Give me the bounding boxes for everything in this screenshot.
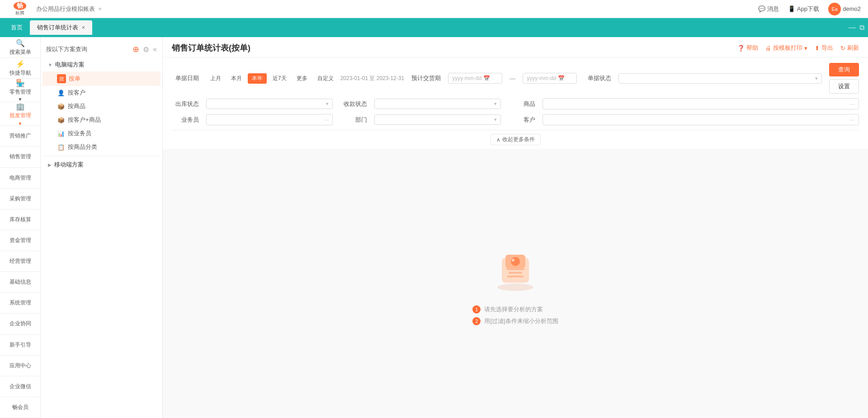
date-from-placeholder: yyyy-mm-dd (452, 75, 481, 81)
app-download-icon: 📱 (788, 5, 795, 12)
user-info[interactable]: Ea demo2 (828, 3, 861, 15)
by-order-icon: 按 (57, 74, 66, 83)
sidebar-marketing-label: 营销推广 (9, 132, 31, 140)
goods-more-icon[interactable]: ··· (850, 100, 855, 107)
help-icon: ❓ (737, 45, 745, 52)
sidebar-wholesale-label: 批发管理 (9, 112, 31, 119)
setting-button[interactable]: 设置 (829, 79, 859, 94)
collapse-panel-icon[interactable]: « (153, 45, 157, 53)
date-this-year[interactable]: 本年 (248, 73, 267, 84)
sidebar-search[interactable]: 🔍 搜索菜单 (0, 37, 40, 58)
mobile-group: ▶ 移动端方案 (42, 158, 160, 171)
tree-item-by-category[interactable]: 📋 按商品分类 (42, 140, 160, 154)
mobile-group-label: 移动端方案 (54, 161, 84, 169)
sidebar-item-inventory[interactable]: 库存核算 (0, 209, 40, 230)
date-to-input[interactable]: yyyy-mm-dd 📅 (523, 73, 577, 84)
collapse-bar: ∧ 收起更多条件 (172, 130, 859, 149)
tab-home-label: 首页 (11, 24, 23, 32)
app-download-link[interactable]: 📱 App下载 (788, 5, 819, 13)
tree-item-by-goods[interactable]: 📦 按商品 (42, 100, 160, 113)
quicknav-icon: ⚡ (16, 60, 25, 68)
sidebar-item-appstore[interactable]: 应用中心 (0, 356, 40, 376)
customer-more-icon[interactable]: ··· (850, 116, 855, 123)
sidebar-item-retail[interactable]: 🏪 零售管理 ▼ (0, 79, 40, 102)
tab-restore-icon[interactable]: ⧉ (859, 24, 864, 32)
pc-group-label: 电脑端方案 (55, 61, 85, 69)
tab-minimize-icon[interactable]: — (849, 24, 856, 32)
logo-text: 标腾 (15, 10, 24, 16)
sidebar-quicknav[interactable]: ⚡ 快捷导航 (0, 58, 40, 79)
refresh-label: 刷新 (847, 44, 859, 52)
print-button[interactable]: 🖨 按模板打印 ▾ (765, 44, 807, 52)
sidebar-item-basic[interactable]: 基础信息 (0, 272, 40, 293)
customer-label: 客户 (508, 116, 535, 124)
tree-item-by-staff[interactable]: 📊 按业务员 (42, 127, 160, 140)
by-customer-icon: 👤 (57, 89, 65, 97)
date-custom[interactable]: 自定义 (313, 73, 338, 84)
sidebar-item-sales[interactable]: 销售管理 (0, 147, 40, 167)
dept-label: 部门 (340, 116, 367, 124)
sidebar-item-finance[interactable]: 资金管理 (0, 230, 40, 251)
salesperson-more-icon[interactable]: ··· (324, 116, 329, 123)
sidebar-item-newbie[interactable]: 新手引导 (0, 335, 40, 356)
date-from-calendar-icon[interactable]: 📅 (483, 75, 490, 81)
sidebar-item-operation[interactable]: 经营管理 (0, 251, 40, 272)
left-panel: 按以下方案查询 ⊕ ⚙ « ▼ 电脑端方案 按 按单 (41, 37, 163, 418)
goods-select[interactable]: ··· (542, 98, 859, 109)
message-label: 消息 (767, 5, 779, 13)
sidebar-item-system[interactable]: 系统管理 (0, 293, 40, 314)
export-icon: ⬆ (815, 45, 820, 52)
sidebar-item-vip[interactable]: 畅会员 (0, 397, 40, 418)
date-separator: — (509, 75, 515, 82)
sidebar-item-wholesale[interactable]: 🏢 批发管理 ▲ (0, 102, 40, 126)
sidebar-item-purchase[interactable]: 采购管理 (0, 189, 40, 209)
add-scheme-icon[interactable]: ⊕ (132, 44, 139, 54)
doc-status-arrow-icon: ▾ (815, 76, 818, 81)
message-link[interactable]: 💬 消息 (758, 5, 779, 13)
dept-select[interactable]: ▾ (374, 114, 501, 125)
date-last7[interactable]: 近7天 (269, 73, 291, 84)
tab-home[interactable]: 首页 (4, 20, 30, 35)
mobile-group-title[interactable]: ▶ 移动端方案 (42, 158, 160, 171)
help-button[interactable]: ❓ 帮助 (737, 44, 758, 52)
dropdown-arrow-icon[interactable]: ▾ (99, 5, 102, 12)
doc-status-select[interactable]: ▾ (618, 73, 822, 84)
date-this-month[interactable]: 本月 (227, 73, 246, 84)
sidebar-enterprise-label: 企业协同 (9, 320, 31, 328)
tab-sales-order[interactable]: 销售订单统计表 × (30, 20, 92, 35)
right-main: 销售订单统计表(按单) ❓ 帮助 🖨 按模板打印 ▾ ⬆ 导出 (163, 37, 868, 418)
sidebar-search-label: 搜索菜单 (9, 48, 31, 56)
date-last-month[interactable]: 上月 (206, 73, 225, 84)
tree-item-by-order[interactable]: 按 按单 (42, 71, 160, 86)
tab-bar-right: — ⧉ (849, 24, 864, 32)
pc-group-title[interactable]: ▼ 电脑端方案 (42, 58, 160, 71)
collapse-button[interactable]: ∧ 收起更多条件 (491, 134, 541, 145)
export-button[interactable]: ⬆ 导出 (815, 44, 833, 52)
date-to-calendar-icon[interactable]: 📅 (558, 75, 565, 81)
svg-rect-6 (509, 272, 522, 274)
tree-item-by-customer[interactable]: 👤 按客户 (42, 86, 160, 100)
ship-status-select[interactable]: ▾ (206, 99, 333, 109)
sidebar-appstore-label: 应用中心 (9, 362, 31, 370)
date-more[interactable]: 更多 (292, 73, 311, 84)
sidebar-item-wechat[interactable]: 企业微信 (0, 376, 40, 397)
export-label: 导出 (821, 44, 833, 52)
tip-text-2: 用[过滤]条件来缩小分析范围 (484, 317, 558, 325)
customer-select[interactable]: ··· (542, 114, 859, 125)
refresh-button[interactable]: ↻ 刷新 (840, 44, 859, 52)
goods-label: 商品 (508, 100, 535, 108)
sidebar-item-ecom[interactable]: 电商管理 (0, 168, 40, 189)
tree-item-by-customer-goods[interactable]: 📦 按客户+商品 (42, 113, 160, 127)
top-bar-right: 💬 消息 📱 App下载 Ea demo2 (758, 3, 861, 15)
sidebar-item-marketing[interactable]: 营销推广 (0, 126, 40, 147)
pay-status-select[interactable]: ▾ (374, 99, 501, 109)
sidebar-item-enterprise[interactable]: 企业协同 (0, 314, 40, 334)
tab-close-icon[interactable]: × (82, 24, 85, 31)
wholesale-icon: 🏢 (16, 102, 25, 111)
salesperson-select[interactable]: ··· (206, 114, 333, 125)
edit-scheme-icon[interactable]: ⚙ (143, 45, 149, 54)
search-button[interactable]: 查询 (829, 63, 859, 76)
page-actions: ❓ 帮助 🖨 按模板打印 ▾ ⬆ 导出 ↻ 刷新 (737, 44, 859, 52)
salesperson-label: 业务员 (172, 116, 199, 124)
date-from-input[interactable]: yyyy-mm-dd 📅 (448, 73, 502, 84)
